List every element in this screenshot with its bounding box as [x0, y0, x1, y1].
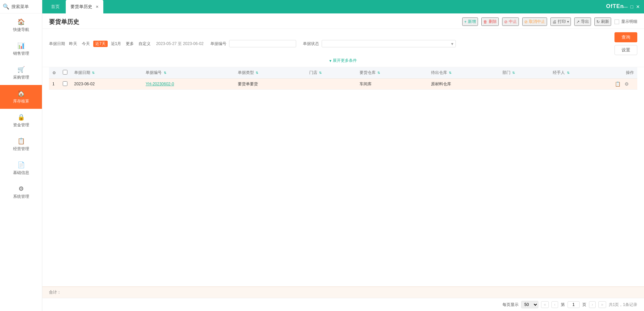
- doc-number-input[interactable]: [229, 40, 296, 47]
- print-button[interactable]: 🖨 打印 ▾: [550, 17, 571, 26]
- query-button[interactable]: 查询: [614, 32, 637, 42]
- col-type[interactable]: 单据类型 ⇅: [234, 67, 306, 79]
- row-checkbox[interactable]: [63, 81, 67, 86]
- page-size-select[interactable]: 20 50 100 200: [521, 301, 538, 308]
- page-number-input[interactable]: [568, 301, 580, 308]
- delete-button[interactable]: 🗑 删除: [481, 17, 499, 26]
- cell-number: YH-20230602-0: [142, 79, 234, 90]
- col-settings[interactable]: ⚙: [49, 67, 59, 79]
- sidebar-item-inventory[interactable]: 🏠 库存核算: [0, 85, 42, 109]
- sidebar-search[interactable]: 🔍 搜索菜单: [0, 0, 42, 13]
- col-type-label: 单据类型: [238, 70, 254, 75]
- sort-req-warehouse-icon: ⇅: [377, 71, 380, 75]
- setting-button[interactable]: 设置: [614, 45, 637, 55]
- col-number[interactable]: 单据编号 ⇅: [142, 67, 234, 79]
- col-department-label: 部门: [502, 70, 511, 75]
- tab-requisition-history[interactable]: 要货单历史 ✕: [66, 0, 103, 13]
- col-handler-label: 经手人: [553, 70, 565, 75]
- status-select[interactable]: [322, 40, 449, 47]
- date-tab-custom[interactable]: 自定义: [137, 41, 152, 47]
- cell-date: 2023-06-02: [71, 79, 142, 90]
- doc-number-link[interactable]: YH-20230602-0: [146, 82, 174, 86]
- col-req-warehouse-label: 要货仓库: [360, 70, 376, 75]
- date-range: 2023-05-27 至 2023-06-02: [156, 41, 203, 47]
- row-more-button[interactable]: ⚙: [624, 81, 630, 87]
- sidebar-item-system[interactable]: ⚙ 系统管理: [0, 180, 42, 204]
- brand-logo: OfTEn: [606, 3, 624, 9]
- stop-button[interactable]: ⊘ 中止: [502, 17, 519, 26]
- date-tab-more[interactable]: 更多: [124, 41, 135, 47]
- refresh-button[interactable]: ↻ 刷新: [594, 17, 611, 26]
- col-req-warehouse[interactable]: 要货仓库 ⇅: [356, 67, 428, 79]
- expand-icon: ▾: [329, 58, 331, 63]
- col-checkbox[interactable]: [59, 67, 71, 79]
- date-tab-7days[interactable]: 近7天: [93, 41, 108, 47]
- sidebar-search-label: 搜索菜单: [11, 4, 29, 10]
- toolbar: + 新增 🗑 删除 ⊘ 中止 ⊘ 取消中止: [462, 17, 637, 26]
- prev-page-button[interactable]: ‹: [551, 301, 558, 308]
- sidebar-item-basic-info[interactable]: 📄 基础信息: [0, 157, 42, 180]
- expand-label: 展开更多条件: [333, 58, 357, 63]
- display-cell-label: 显示明细: [621, 19, 637, 25]
- col-store[interactable]: 门店 ⇅: [306, 67, 356, 79]
- tab-home[interactable]: 首页: [46, 0, 64, 13]
- sidebar-item-sales[interactable]: 📊 销售管理: [0, 37, 42, 61]
- stop-icon: ⊘: [504, 19, 507, 24]
- row-operations: 📋 ⚙: [614, 81, 634, 87]
- select-all-checkbox[interactable]: [63, 70, 67, 75]
- col-department[interactable]: 部门 ⇅: [499, 67, 549, 79]
- display-cell-button[interactable]: 显示明细: [614, 19, 637, 25]
- tab-bar: 首页 要货单历史 ✕ OfTEn — □ ✕: [42, 0, 644, 13]
- date-tab-today[interactable]: 今天: [80, 41, 91, 47]
- tab-window-controls: — □ ✕: [623, 4, 640, 9]
- summary-bar: 合计：: [42, 286, 644, 298]
- sidebar-item-purchase[interactable]: 🛒 采购管理: [0, 61, 42, 85]
- table-row: 1 2023-06-02 YH-20230602-0 要货单要货 车间库 原材料…: [49, 79, 637, 90]
- sort-department-icon: ⇅: [512, 71, 515, 75]
- col-date-label: 单据日期: [74, 70, 90, 75]
- sidebar-item-finance[interactable]: 🔒 资金管理: [0, 109, 42, 133]
- export-button[interactable]: ↗ 导出: [574, 17, 591, 26]
- sort-number-icon: ⇅: [164, 71, 166, 75]
- next-page-button[interactable]: ›: [589, 301, 596, 308]
- maximize-button[interactable]: □: [631, 4, 633, 9]
- table-area: ⚙ 单据日期 ⇅ 单据编号 ⇅ 单据类型: [42, 67, 644, 286]
- cell-req-warehouse: 车间库: [356, 79, 428, 90]
- last-page-button[interactable]: »: [598, 301, 606, 308]
- date-tab-yesterday[interactable]: 昨天: [68, 41, 78, 47]
- sidebar-item-quick-nav[interactable]: 🏠 快捷导航: [0, 13, 42, 37]
- inventory-icon: 🏠: [17, 90, 25, 97]
- col-date[interactable]: 单据日期 ⇅: [71, 67, 142, 79]
- cell-pending-warehouse: 原材料仓库: [428, 79, 499, 90]
- export-label: 导出: [581, 19, 589, 25]
- sidebar-item-operations[interactable]: 📋 经营管理: [0, 133, 42, 157]
- export-icon: ↗: [576, 19, 580, 24]
- home-icon: 🏠: [17, 18, 25, 26]
- tab-requisition-label: 要货单历史: [70, 4, 92, 10]
- search-icon: 🔍: [3, 3, 9, 10]
- cell-checkbox[interactable]: [59, 79, 71, 90]
- close-button[interactable]: ✕: [636, 4, 640, 9]
- tab-close-icon[interactable]: ✕: [96, 5, 99, 9]
- sales-icon: 📊: [17, 42, 25, 49]
- date-tabs: 昨天 今天 近7天 近1月 更多 自定义: [68, 41, 152, 47]
- sidebar-item-label: 库存核算: [13, 98, 29, 104]
- add-button[interactable]: + 新增: [462, 17, 478, 26]
- data-table: ⚙ 单据日期 ⇅ 单据编号 ⇅ 单据类型: [49, 67, 637, 90]
- cancel-stop-button[interactable]: ⊘ 取消中止: [522, 17, 547, 26]
- sort-store-icon: ⇅: [319, 71, 322, 75]
- operations-icon: 📋: [17, 137, 25, 145]
- row-edit-button[interactable]: 📋: [614, 81, 622, 87]
- col-handler[interactable]: 经手人 ⇅: [549, 67, 610, 79]
- display-cell-checkbox[interactable]: [614, 19, 619, 24]
- status-select-arrow-icon[interactable]: ▾: [449, 41, 455, 46]
- doc-number-label: 单据编号: [210, 41, 226, 47]
- date-tab-1month[interactable]: 近1月: [110, 41, 123, 47]
- expand-more-button[interactable]: ▾ 展开更多条件: [49, 58, 637, 63]
- page-total-info: 共1页，1条记录: [609, 302, 637, 308]
- sidebar-item-label: 快捷导航: [13, 27, 29, 33]
- table-header-row: ⚙ 单据日期 ⇅ 单据编号 ⇅ 单据类型: [49, 67, 637, 79]
- filter-area: 单据日期 昨天 今天 近7天 近1月 更多 自定义 2023-05-27 至 2…: [42, 29, 644, 67]
- col-pending-warehouse[interactable]: 待出仓库 ⇅: [428, 67, 499, 79]
- first-page-button[interactable]: «: [541, 301, 549, 308]
